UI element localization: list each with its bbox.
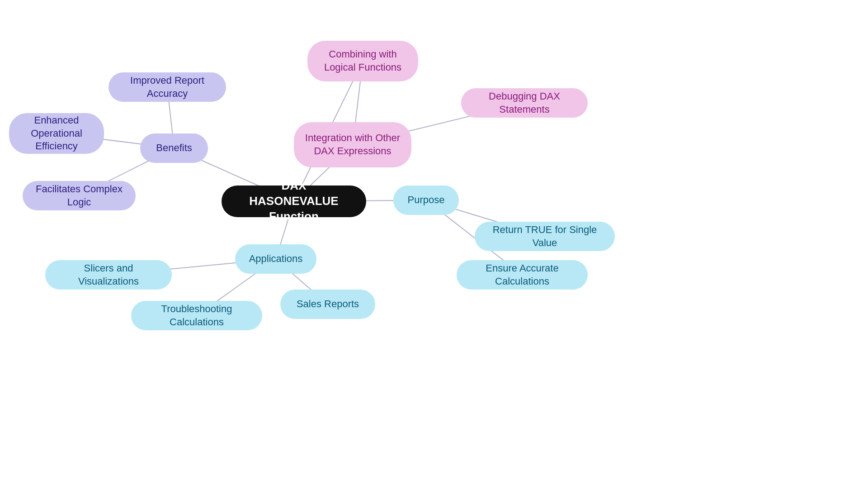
center-node: DAX HASONEVALUE Function bbox=[222, 186, 366, 217]
sales-reports-node: Sales Reports bbox=[280, 290, 375, 319]
improved-report-node: Improved Report Accuracy bbox=[108, 72, 226, 102]
ensure-accurate-node: Ensure Accurate Calculations bbox=[457, 260, 588, 290]
benefits-node: Benefits bbox=[140, 133, 208, 163]
debugging-node: Debugging DAX Statements bbox=[461, 88, 588, 118]
purpose-node: Purpose bbox=[393, 186, 459, 215]
troubleshooting-node: Troubleshooting Calculations bbox=[131, 301, 262, 330]
integration-node: Integration with Other DAX Expressions bbox=[294, 122, 411, 167]
applications-node: Applications bbox=[235, 244, 316, 274]
enhanced-op-node: Enhanced Operational Efficiency bbox=[9, 113, 104, 154]
return-true-node: Return TRUE for Single Value bbox=[475, 222, 615, 251]
slicers-node: Slicers and Visualizations bbox=[45, 260, 172, 290]
combining-node: Combining with Logical Functions bbox=[307, 41, 418, 81]
facilitates-node: Facilitates Complex Logic bbox=[23, 181, 136, 210]
